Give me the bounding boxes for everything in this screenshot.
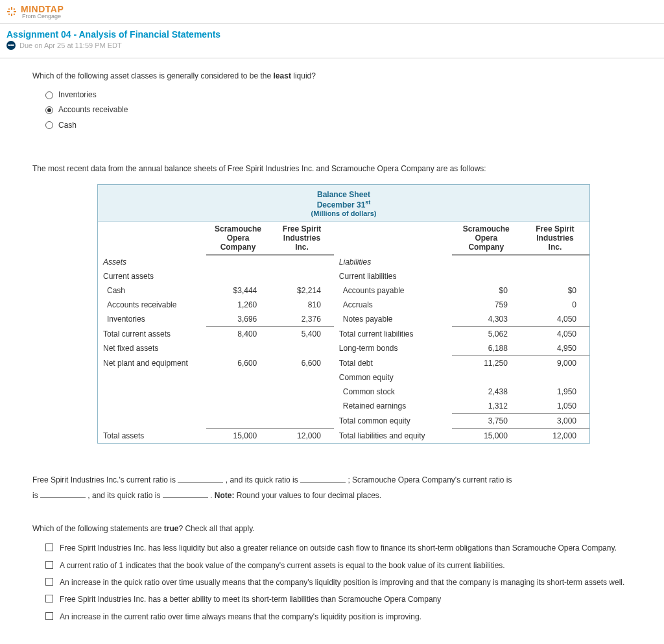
blank-field[interactable] <box>178 475 223 483</box>
blank-field[interactable] <box>40 490 86 498</box>
bs-title2: December 31st <box>98 199 589 209</box>
fill-text: . <box>208 491 215 500</box>
row-label: Common stock <box>334 385 452 399</box>
svg-rect-6 <box>8 14 10 16</box>
cell-value: 0 <box>521 298 589 312</box>
fill-text: ; Scramouche Opera Company's current rat… <box>346 475 512 484</box>
q3-prompt-post: ? Check all that apply. <box>178 524 254 533</box>
svg-rect-7 <box>14 14 16 16</box>
q1-options: Inventories Accounts receivable Cash <box>45 89 632 132</box>
row-label: Accounts receivable <box>98 298 206 312</box>
radio-option-cash[interactable]: Cash <box>45 119 632 132</box>
intro-text: The most recent data from the annual bal… <box>32 163 632 175</box>
radio-label: Inventories <box>58 89 97 101</box>
q1-prompt-post: liquid? <box>291 71 316 80</box>
cell-value: 1,950 <box>521 385 589 399</box>
row-label: Total debt <box>334 355 452 370</box>
cell-value: 759 <box>452 298 521 312</box>
fill-text: , and its quick ratio is <box>223 475 300 484</box>
assets-heading: Assets <box>98 255 206 269</box>
fill-text: is <box>32 491 40 500</box>
checkbox-label: An increase in the quick ratio over time… <box>60 576 624 589</box>
cell-value: 2,438 <box>452 385 521 399</box>
row-label: Current assets <box>98 269 206 283</box>
cell-value: 4,050 <box>521 312 589 327</box>
cell-value: $2,214 <box>270 283 334 298</box>
due-icon: ••• <box>6 41 16 50</box>
col-head-a2: ScramoucheOperaCompany <box>452 222 521 255</box>
svg-rect-5 <box>14 8 16 10</box>
checkbox-option-4[interactable]: Free Spirit Industries Inc. has a better… <box>45 593 632 606</box>
radio-icon <box>45 106 53 114</box>
radio-label: Accounts receivable <box>58 104 128 116</box>
note-text: Round your values to four decimal places… <box>234 491 381 500</box>
cell-value: $0 <box>452 283 521 298</box>
cell-value: 4,050 <box>521 326 589 341</box>
cell-value: 15,000 <box>452 428 521 443</box>
bs-title3: (Millions of dollars) <box>98 209 589 217</box>
checkbox-option-2[interactable]: A current ratio of 1 indicates that the … <box>45 559 632 572</box>
cell-value: 12,000 <box>521 428 589 443</box>
due-date: Due on Apr 25 at 11:59 PM EDT <box>19 42 122 49</box>
brand-logo-icon <box>6 6 17 17</box>
col-head-a: ScramoucheOperaCompany <box>206 222 270 255</box>
q1-prompt: Which of the following asset classes is … <box>32 71 316 80</box>
balance-sheet-header: Balance Sheet December 31st (Millions of… <box>98 185 589 222</box>
cell-value: 3,750 <box>452 413 521 428</box>
checkbox-option-1[interactable]: Free Spirit Industries Inc. has less liq… <box>45 542 632 555</box>
blank-field[interactable] <box>300 475 346 483</box>
checkbox-icon <box>45 543 53 551</box>
checkbox-option-5[interactable]: An increase in the current ratio over ti… <box>45 610 632 623</box>
row-label: Common equity <box>334 370 452 385</box>
cell-value: $3,444 <box>206 283 270 298</box>
row-label: Total assets <box>98 428 206 443</box>
row-label: Inventories <box>98 312 206 327</box>
q3-options: Free Spirit Industries Inc. has less liq… <box>45 542 632 623</box>
row-label: Net plant and equipment <box>98 355 206 370</box>
row-label: Total common equity <box>334 413 452 428</box>
cell-value: 1,260 <box>206 298 270 312</box>
balance-sheet-table: ScramoucheOperaCompany Free SpiritIndust… <box>98 222 589 443</box>
blank-field[interactable] <box>163 490 208 498</box>
liabilities-heading: Liabilities <box>334 255 452 269</box>
checkbox-label: Free Spirit Industries Inc. has less liq… <box>60 542 617 555</box>
cell-value: 6,600 <box>270 355 334 370</box>
brand-subtitle: From Cengage <box>22 13 64 19</box>
top-bar: MINDTAP From Cengage <box>0 0 664 24</box>
balance-sheet: Balance Sheet December 31st (Millions of… <box>97 184 590 444</box>
fill-text: Free Spirit Industries Inc.'s current ra… <box>32 475 178 484</box>
cell-value: 3,000 <box>521 413 589 428</box>
svg-rect-0 <box>11 7 12 10</box>
bs-title1: Balance Sheet <box>98 190 589 199</box>
note-bold: Note: <box>215 491 235 500</box>
q3-prompt: Which of the following statements are tr… <box>32 524 255 533</box>
cell-value: 6,188 <box>452 341 521 356</box>
svg-rect-3 <box>14 11 16 12</box>
svg-rect-2 <box>7 11 10 12</box>
checkbox-label: A current ratio of 1 indicates that the … <box>60 559 505 572</box>
checkbox-icon <box>45 612 53 620</box>
row-label: Net fixed assets <box>98 341 206 356</box>
cell-value: 12,000 <box>270 428 334 443</box>
radio-icon <box>45 91 53 99</box>
row-label: Retained earnings <box>334 399 452 414</box>
fill-in-paragraph: Free Spirit Industries Inc.'s current ra… <box>32 472 632 503</box>
q3-prompt-bold: true <box>164 524 179 533</box>
svg-rect-1 <box>11 14 12 16</box>
cell-value: 11,250 <box>452 355 521 370</box>
col-head-b2: Free SpiritIndustriesInc. <box>521 222 589 255</box>
row-label: Total current assets <box>98 326 206 341</box>
row-label: Accruals <box>334 298 452 312</box>
checkbox-option-3[interactable]: An increase in the quick ratio over time… <box>45 576 632 589</box>
radio-option-accounts-receivable[interactable]: Accounts receivable <box>45 104 632 116</box>
question-3: Which of the following statements are tr… <box>32 523 632 623</box>
cell-value: 1,312 <box>452 399 521 414</box>
question-1: Which of the following asset classes is … <box>32 70 632 132</box>
content-area: Which of the following asset classes is … <box>0 58 664 644</box>
checkbox-icon <box>45 561 53 569</box>
cell-value: 15,000 <box>206 428 270 443</box>
row-label: Accounts payable <box>334 283 452 298</box>
radio-option-inventories[interactable]: Inventories <box>45 89 632 101</box>
radio-label: Cash <box>58 119 77 132</box>
cell-value: 6,600 <box>206 355 270 370</box>
